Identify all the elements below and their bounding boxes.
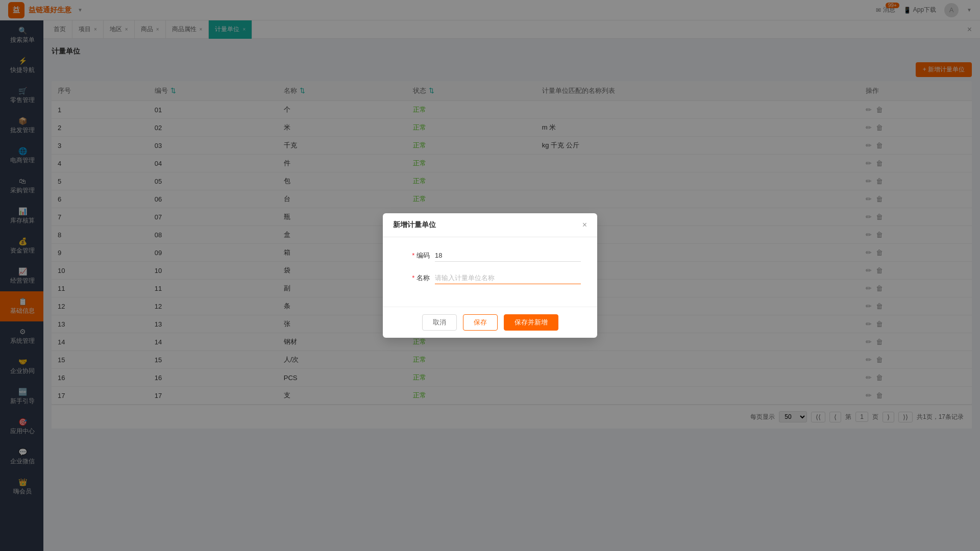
save-button[interactable]: 保存 (463, 314, 498, 331)
modal-body: 编码 名称 (383, 237, 597, 307)
modal-footer: 取消 保存 保存并新增 (383, 307, 597, 338)
modal-title: 新增计量单位 (393, 220, 436, 230)
modal-close-button[interactable]: × (582, 220, 587, 230)
name-form-row: 名称 (399, 272, 581, 284)
add-unit-modal: 新增计量单位 × 编码 名称 取消 保存 保存并新增 (383, 213, 597, 338)
modal-header: 新增计量单位 × (383, 213, 597, 237)
cancel-button[interactable]: 取消 (422, 314, 457, 331)
code-label: 编码 (399, 251, 430, 260)
modal-overlay[interactable]: 新增计量单位 × 编码 名称 取消 保存 保存并新增 (0, 0, 980, 551)
save-and-new-button[interactable]: 保存并新增 (504, 314, 558, 331)
name-label: 名称 (399, 273, 430, 283)
code-form-row: 编码 (399, 249, 581, 262)
code-input[interactable] (435, 249, 581, 262)
name-input[interactable] (435, 272, 581, 284)
